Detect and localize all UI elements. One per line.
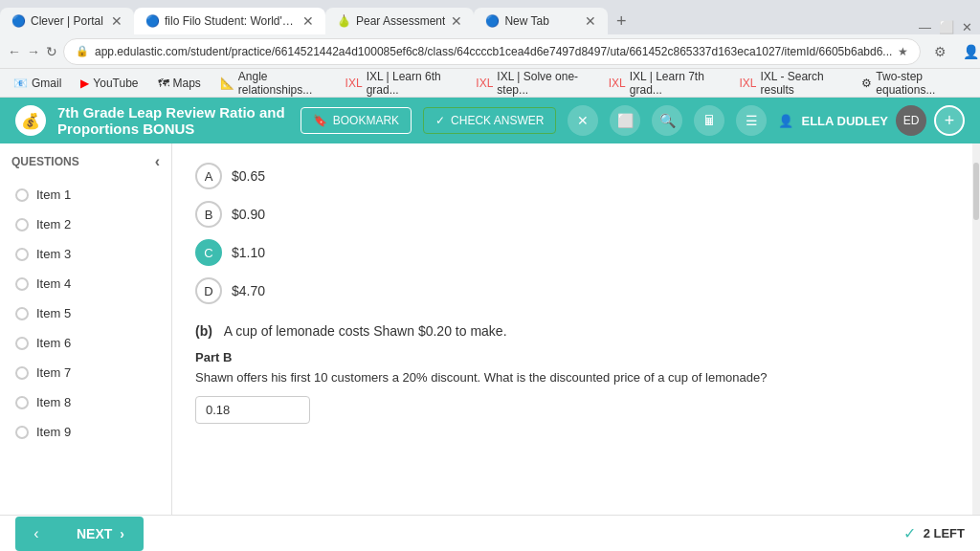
app-logo: 💰 — [15, 105, 46, 136]
sidebar-item-9[interactable]: Item 9 — [0, 417, 171, 447]
tab-pear[interactable]: 🍐 Pear Assessment ✕ — [325, 8, 474, 34]
tab-newtab[interactable]: 🔵 New Tab ✕ — [474, 8, 608, 34]
item4-label: Item 4 — [36, 276, 71, 291]
close-question-button[interactable]: ✕ — [568, 105, 598, 136]
tab-favicon-newtab: 🔵 — [485, 14, 499, 28]
bookmark-ixl2[interactable]: IXL IXL | Solve one-step... — [470, 68, 594, 99]
scroll-indicator[interactable] — [972, 143, 980, 515]
item9-label: Item 9 — [36, 425, 71, 439]
bookmark-ixl4[interactable]: IXL IXL - Search results — [734, 68, 849, 99]
option-a[interactable]: A $0.65 — [195, 163, 957, 189]
bookmark-gmail-label: Gmail — [32, 77, 61, 90]
minimize-button[interactable]: — — [919, 20, 931, 34]
close-window-button[interactable]: ✕ — [962, 20, 972, 34]
item3-radio — [15, 248, 29, 261]
bookmark-ixl3[interactable]: IXL IXL | Learn 7th grad... — [603, 68, 726, 99]
ixl3-icon: IXL — [609, 77, 626, 90]
youtube-icon: ▶ — [80, 77, 89, 90]
collapse-sidebar-button[interactable]: ‹ — [155, 153, 160, 170]
check-answer-button[interactable]: ✓ CHECK ANSWER — [423, 107, 556, 134]
item2-label: Item 2 — [36, 217, 71, 231]
bookmark-ixl1[interactable]: IXL IXL | Learn 6th grad... — [340, 68, 463, 99]
bookmark-star-icon[interactable]: ★ — [898, 45, 908, 58]
bookmark-icon: 🔖 — [313, 114, 327, 127]
profile-icon[interactable]: 👤 — [957, 38, 980, 65]
content-area: A $0.65 B $0.90 C $1.10 D $4.70 (b) A cu… — [172, 143, 980, 515]
option-d[interactable]: D $4.70 — [195, 277, 957, 304]
option-b[interactable]: B $0.90 — [195, 201, 957, 228]
item1-radio — [15, 188, 29, 202]
bookmark-angle[interactable]: 📐 Angle relationships... — [214, 68, 332, 99]
prev-button[interactable]: ‹ — [15, 517, 57, 551]
item7-radio — [15, 366, 29, 380]
item4-radio — [15, 277, 29, 291]
tab-close-clever[interactable]: ✕ — [111, 13, 122, 29]
forward-button[interactable]: → — [27, 38, 40, 65]
item1-label: Item 1 — [36, 187, 71, 202]
sidebar-item-2[interactable]: Item 2 — [0, 209, 171, 239]
sidebar-item-4[interactable]: Item 4 — [0, 269, 171, 298]
bookmark-ixl1-label: IXL | Learn 6th grad... — [367, 70, 457, 97]
tab-title-clever: Clever | Portal — [31, 14, 105, 28]
bookmark-youtube[interactable]: ▶ YouTube — [75, 75, 144, 92]
bookmark-maps[interactable]: 🗺 Maps — [152, 75, 207, 92]
checkmark-icon: ✓ — [435, 114, 445, 127]
user-section: 👤 ELLA DUDLEY ED + — [778, 105, 965, 136]
expand-button[interactable]: ⬜ — [610, 105, 640, 136]
back-button[interactable]: ← — [8, 38, 21, 65]
item8-label: Item 8 — [36, 395, 71, 409]
sidebar: QUESTIONS ‹ Item 1 Item 2 Item 3 Item 4 … — [0, 143, 172, 515]
sidebar-item-3[interactable]: Item 3 — [0, 239, 171, 269]
bookmark-youtube-label: YouTube — [93, 77, 138, 90]
option-d-circle: D — [195, 277, 222, 304]
gmail-icon: 📧 — [13, 77, 28, 90]
next-label: NEXT — [77, 526, 112, 541]
url-bar[interactable]: 🔒 app.edulastic.com/student/practice/661… — [63, 38, 921, 65]
tab-filo[interactable]: 🔵 filo Filo Student: World's Only Live..… — [134, 8, 325, 34]
calculator-button[interactable]: 🖩 — [694, 105, 724, 136]
sidebar-item-7[interactable]: Item 7 — [0, 358, 171, 387]
refresh-button[interactable]: ↻ — [46, 38, 57, 65]
bookmark-twostep[interactable]: ⚙ Two-step equations... — [856, 68, 972, 99]
tab-title-newtab: New Tab — [504, 14, 579, 28]
sidebar-title: QUESTIONS — [11, 155, 79, 168]
maximize-button[interactable]: ⬜ — [939, 20, 954, 34]
answer-input[interactable]: 0.18 — [195, 396, 310, 424]
sidebar-item-1[interactable]: Item 1 — [0, 180, 171, 209]
bookmark-label: BOOKMARK — [333, 114, 399, 127]
item2-radio — [15, 218, 29, 231]
ixl4-icon: IXL — [740, 77, 757, 90]
logo-icon: 💰 — [21, 112, 40, 130]
tab-close-newtab[interactable]: ✕ — [585, 13, 596, 29]
bookmark-twostep-label: Two-step equations... — [876, 70, 967, 97]
zoom-button[interactable]: 🔍 — [652, 105, 682, 136]
part-b-text: A cup of lemonade costs Shawn $0.20 to m… — [224, 323, 507, 339]
answer-input-container: 0.18 — [195, 396, 957, 424]
main-area: QUESTIONS ‹ Item 1 Item 2 Item 3 Item 4 … — [0, 143, 980, 515]
bookmark-gmail[interactable]: 📧 Gmail — [8, 75, 67, 92]
angle-icon: 📐 — [220, 77, 234, 90]
bookmark-maps-label: Maps — [173, 77, 201, 90]
tab-title-filo: filo Filo Student: World's Only Live... — [165, 14, 297, 28]
status-check-icon: ✓ — [903, 524, 916, 542]
extensions-icon[interactable]: ⚙ — [926, 38, 953, 65]
answer-value: 0.18 — [206, 403, 230, 417]
tab-close-pear[interactable]: ✕ — [451, 13, 462, 29]
tab-favicon-pear: 🍐 — [337, 14, 350, 28]
new-tab-button[interactable]: + — [608, 8, 635, 34]
option-c-circle: C — [195, 239, 222, 266]
item8-radio — [15, 396, 29, 409]
item3-label: Item 3 — [36, 247, 71, 261]
tab-close-filo[interactable]: ✕ — [302, 13, 314, 29]
sidebar-item-8[interactable]: Item 8 — [0, 387, 171, 417]
sidebar-item-6[interactable]: Item 6 — [0, 328, 171, 358]
bookmark-button[interactable]: 🔖 BOOKMARK — [301, 107, 412, 134]
option-c[interactable]: C $1.10 — [195, 239, 957, 266]
sidebar-item-5[interactable]: Item 5 — [0, 298, 171, 328]
user-plus-button[interactable]: + — [934, 105, 965, 136]
menu-button[interactable]: ☰ — [736, 105, 767, 136]
tab-clever[interactable]: 🔵 Clever | Portal ✕ — [0, 8, 134, 34]
next-button[interactable]: NEXT › — [57, 517, 144, 551]
status-section: ✓ 2 LEFT — [903, 524, 965, 542]
question-options-block: A $0.65 B $0.90 C $1.10 D $4.70 — [195, 163, 957, 304]
